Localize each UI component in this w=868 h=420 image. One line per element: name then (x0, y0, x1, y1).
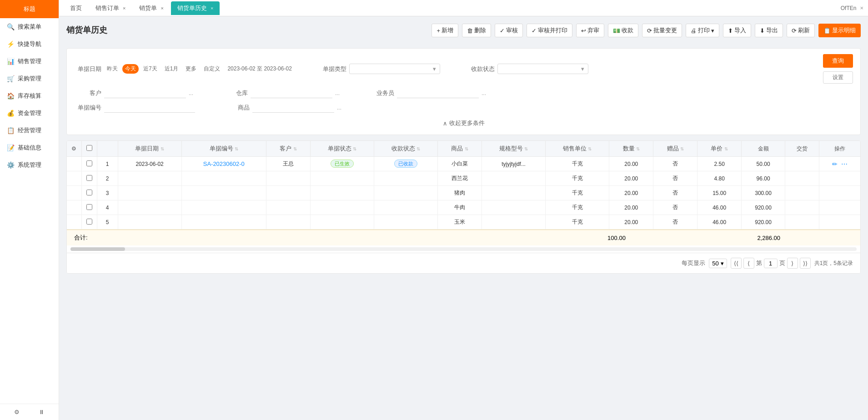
audit-print-button[interactable]: ✓ 审核并打印 (527, 24, 572, 37)
th-customer[interactable]: 客户 ⇅ (266, 141, 310, 157)
query-button[interactable]: 查询 (823, 54, 853, 68)
row-checkbox[interactable] (86, 175, 92, 181)
date-tab-more[interactable]: 更多 (183, 64, 199, 74)
first-page-button[interactable]: ⟨⟨ (731, 258, 742, 269)
goods-input[interactable] (252, 103, 334, 113)
td-doc-no[interactable] (181, 186, 266, 200)
td-doc-no[interactable] (181, 171, 266, 186)
pause-icon[interactable]: ⏸ (39, 409, 45, 415)
row-checkbox[interactable] (86, 219, 92, 225)
date-tab-today[interactable]: 今天 (122, 64, 139, 74)
td-doc-no[interactable]: SA-20230602-0 (181, 157, 266, 171)
th-gift[interactable]: 赠品 ⇅ (653, 141, 697, 157)
batch-change-button[interactable]: ⟳ 批量变更 (642, 24, 682, 37)
import-button[interactable]: ⬆ 导入 (723, 24, 751, 37)
select-all-checkbox[interactable] (86, 145, 92, 151)
td-checkbox[interactable] (81, 215, 97, 230)
td-checkbox[interactable] (81, 200, 97, 215)
td-action[interactable]: ✏⋯ (819, 157, 860, 171)
close-sales-history-icon[interactable]: × (211, 5, 213, 11)
close-sales-order-icon[interactable]: × (123, 5, 125, 11)
td-action[interactable] (819, 186, 860, 200)
page-size-select[interactable]: 50 ▾ (709, 259, 727, 268)
td-doc-no[interactable] (181, 200, 266, 215)
warehouse-dots[interactable]: ... (335, 90, 340, 96)
row-checkbox[interactable] (86, 190, 92, 195)
sidebar-item-operations[interactable]: 📋 经营管理 (0, 122, 59, 139)
th-spec[interactable]: 规格型号 ⇅ (482, 141, 546, 157)
add-button[interactable]: + 新增 (431, 24, 458, 37)
export-button[interactable]: ⬇ 导出 (755, 24, 783, 37)
sidebar-item-quick-nav[interactable]: ⚡ 快捷导航 (0, 35, 59, 53)
print-button[interactable]: 🖨 打印 ▾ (686, 24, 719, 37)
page-input[interactable] (764, 259, 778, 268)
doc-no-input[interactable] (104, 103, 195, 113)
sidebar-item-search-menu[interactable]: 🔍 搜索菜单 (0, 18, 59, 35)
warehouse-input[interactable] (251, 88, 332, 98)
table-scroll[interactable]: ⚙ 单据日期 ⇅ 单据编号 ⇅ (67, 141, 860, 230)
date-tab-custom[interactable]: 自定义 (201, 64, 223, 74)
collect-status-select[interactable]: ▾ (497, 64, 588, 74)
last-page-button[interactable]: ⟩⟩ (800, 258, 811, 269)
td-collect-status (374, 215, 437, 230)
page-size-label: 每页显示 (682, 259, 705, 267)
delete-button[interactable]: 🗑 删除 (462, 24, 491, 37)
th-gear[interactable]: ⚙ (67, 141, 81, 157)
td-doc-no[interactable] (181, 215, 266, 230)
collapse-button[interactable]: ∧ 收起更多条件 (441, 117, 487, 129)
settings-icon[interactable]: ⚙ (14, 409, 20, 415)
tab-sales-history[interactable]: 销货单历史 × (171, 1, 220, 15)
date-tab-7days[interactable]: 近7天 (140, 64, 160, 74)
set-button[interactable]: 设置 (823, 71, 853, 84)
tab-sales-order[interactable]: 销售订单 × (89, 1, 132, 15)
salesperson-input[interactable] (397, 88, 479, 98)
row-checkbox[interactable] (86, 160, 92, 166)
prev-page-button[interactable]: ⟨ (743, 258, 754, 269)
th-qty[interactable]: 数量 ⇅ (609, 141, 653, 157)
edit-row-icon[interactable]: ✏ (832, 160, 838, 168)
td-action[interactable] (819, 171, 860, 186)
th-doc-date[interactable]: 单据日期 ⇅ (118, 141, 181, 157)
abandon-button[interactable]: ↩ 弃审 (576, 24, 604, 37)
th-goods[interactable]: 商品 ⇅ (438, 141, 482, 157)
td-action[interactable] (819, 215, 860, 230)
next-page-button[interactable]: ⟩ (787, 258, 798, 269)
customer-dots[interactable]: ... (189, 90, 193, 96)
goods-dots[interactable]: ... (337, 105, 341, 111)
row-checkbox[interactable] (86, 204, 92, 210)
audit-button[interactable]: ✓ 审核 (495, 24, 523, 37)
date-tab-1month[interactable]: 近1月 (162, 64, 181, 74)
sidebar-item-system-mgmt[interactable]: ⚙️ 系统管理 (0, 156, 59, 174)
sidebar-item-finance[interactable]: 💰 资金管理 (0, 105, 59, 122)
td-checkbox[interactable] (81, 171, 97, 186)
th-collect-status[interactable]: 收款状态 ⇅ (374, 141, 437, 157)
more-row-icon[interactable]: ⋯ (841, 160, 848, 168)
td-action[interactable] (819, 200, 860, 215)
td-checkbox[interactable] (81, 186, 97, 200)
doc-type-select[interactable]: ▾ (349, 64, 440, 74)
table-scrollbar[interactable] (70, 247, 857, 251)
sidebar-item-basic-info[interactable]: 📝 基础信息 (0, 139, 59, 156)
td-checkbox[interactable] (81, 157, 97, 171)
doc-no-link[interactable]: SA-20230602-0 (203, 160, 245, 167)
pagination: 每页显示 50 ▾ ⟨⟨ ⟨ 第 页 ⟩ ⟩⟩ 共1页，5条记录 (67, 253, 860, 273)
sidebar-item-purchase-mgmt[interactable]: 🛒 采购管理 (0, 70, 59, 87)
tab-sales-goods[interactable]: 销货单 × (133, 1, 170, 15)
th-doc-no[interactable]: 单据编号 ⇅ (181, 141, 266, 157)
table-scrollbar-thumb[interactable] (70, 247, 125, 251)
customer-input[interactable] (104, 88, 186, 98)
salesperson-dots[interactable]: ... (482, 90, 486, 96)
th-amount: 金额 (742, 141, 785, 157)
th-unit[interactable]: 销售单位 ⇅ (546, 141, 609, 157)
sidebar-item-sales-mgmt[interactable]: 📊 销售管理 (0, 53, 59, 70)
close-sales-goods-icon[interactable]: × (161, 5, 163, 11)
tab-home[interactable]: 首页 (64, 1, 88, 15)
date-tab-yesterday[interactable]: 昨天 (104, 64, 120, 74)
refresh-button[interactable]: ⟳ 刷新 (787, 24, 815, 37)
th-doc-status[interactable]: 单据状态 ⇅ (310, 141, 374, 157)
collect-button[interactable]: 💵 收款 (608, 24, 638, 37)
show-detail-button[interactable]: 📋 显示明细 (818, 24, 861, 37)
close-all-icon[interactable]: × (860, 5, 863, 11)
th-price[interactable]: 单价 ⇅ (697, 141, 742, 157)
sidebar-item-inventory[interactable]: 🏠 库存核算 (0, 87, 59, 105)
